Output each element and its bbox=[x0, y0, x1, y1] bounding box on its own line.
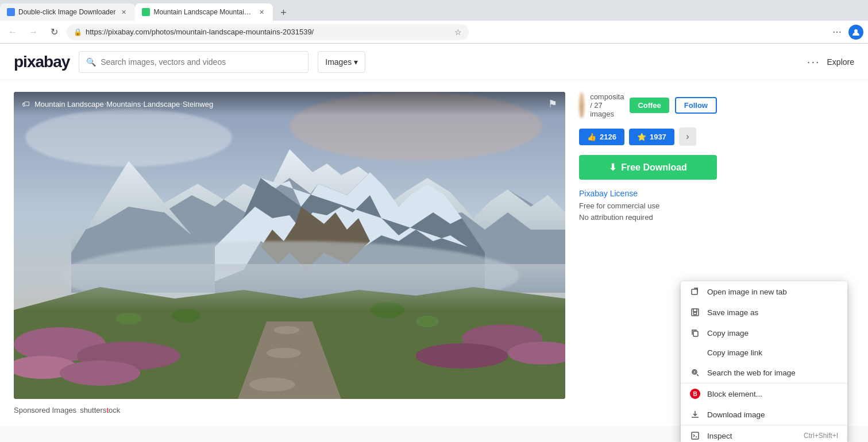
image-tag-icon: 🏷 bbox=[22, 99, 30, 108]
thumbs-up-icon: 👍 bbox=[587, 133, 596, 141]
svg-rect-32 bbox=[694, 312, 697, 315]
tab-1-close[interactable]: ✕ bbox=[119, 7, 128, 17]
tag-mountains[interactable]: Mountains bbox=[106, 100, 141, 108]
svg-point-21 bbox=[267, 348, 301, 358]
shutterstock-text-3: ock bbox=[109, 406, 120, 414]
image-container: 🏷 Mountain Landscape · Mountains · Lands… bbox=[14, 92, 565, 399]
new-tab-button[interactable]: + bbox=[275, 5, 291, 21]
image-area: 🏷 Mountain Landscape · Mountains · Lands… bbox=[14, 92, 565, 414]
copy-image-link-label: Copy image link bbox=[707, 348, 838, 357]
profile-button[interactable] bbox=[848, 25, 863, 40]
tab-1-title: Double-click Image Downloader bbox=[18, 8, 115, 16]
svg-point-26 bbox=[416, 316, 439, 327]
context-menu-open-new-tab[interactable]: Open image in new tab bbox=[681, 281, 847, 302]
tab-2-favicon bbox=[142, 8, 150, 16]
save-image-icon bbox=[690, 307, 700, 317]
context-menu-search-web[interactable]: Search the web for image bbox=[681, 362, 847, 383]
svg-point-22 bbox=[270, 335, 300, 344]
save-image-label: Save image as bbox=[707, 308, 838, 317]
tab-2-title: Mountain Landscape Mountains... bbox=[153, 8, 253, 16]
likes-count: 2126 bbox=[600, 133, 616, 141]
context-menu-inspect[interactable]: Inspect Ctrl+Shift+I bbox=[681, 425, 847, 442]
open-new-tab-icon bbox=[690, 286, 700, 297]
dropdown-arrow: ▾ bbox=[354, 57, 358, 67]
stars-button[interactable]: ⭐ 1937 bbox=[629, 129, 674, 145]
svg-rect-28 bbox=[14, 264, 565, 310]
svg-rect-33 bbox=[693, 331, 698, 336]
copy-image-label: Copy image bbox=[707, 329, 838, 338]
coffee-button[interactable]: Coffee bbox=[630, 98, 669, 113]
search-box: 🔍 bbox=[79, 51, 308, 73]
svg-point-23 bbox=[274, 326, 299, 334]
context-menu-copy-image[interactable]: Copy image bbox=[681, 323, 847, 343]
back-button[interactable]: ← bbox=[5, 24, 21, 40]
forward-button[interactable]: → bbox=[25, 24, 41, 40]
context-menu: Open image in new tab Save image as Copy… bbox=[681, 281, 847, 442]
flag-button[interactable]: ⚑ bbox=[548, 98, 557, 110]
tag-landscape[interactable]: Landscape bbox=[144, 100, 180, 108]
user-name: composita / 27 images bbox=[590, 92, 624, 118]
explore-link[interactable]: Explore bbox=[827, 57, 854, 67]
download-label: Free Download bbox=[621, 162, 687, 173]
svg-point-2 bbox=[25, 109, 232, 166]
block-element-icon: B bbox=[690, 389, 700, 399]
user-area: composita / 27 images Coffee Follow bbox=[579, 92, 717, 118]
reload-button[interactable]: ↻ bbox=[46, 24, 62, 40]
search-icon: 🔍 bbox=[86, 57, 96, 67]
shutterstock-logo[interactable]: shutterstock bbox=[80, 406, 120, 414]
download-image-label: Download image bbox=[707, 410, 838, 419]
images-dropdown[interactable]: Images ▾ bbox=[318, 51, 365, 73]
extensions-button[interactable]: ⋯ bbox=[828, 23, 846, 41]
shutterstock-text-1: shutters bbox=[80, 406, 106, 414]
context-menu-save-image-as[interactable]: Save image as bbox=[681, 302, 847, 323]
license-link[interactable]: Pixabay License bbox=[579, 189, 717, 198]
url-bar: 🔒 ☆ bbox=[67, 24, 469, 40]
logo-text: pixabay bbox=[14, 53, 70, 71]
image-top-bar: 🏷 Mountain Landscape · Mountains · Lands… bbox=[14, 92, 565, 116]
lock-icon: 🔒 bbox=[74, 28, 82, 36]
user-info: composita / 27 images bbox=[590, 92, 624, 118]
inspect-icon bbox=[690, 431, 700, 441]
likes-button[interactable]: 👍 2126 bbox=[579, 129, 624, 145]
open-new-tab-label: Open image in new tab bbox=[707, 288, 838, 296]
tab-2-close[interactable]: ✕ bbox=[257, 7, 266, 17]
tab-1-favicon bbox=[7, 8, 15, 16]
tab-2[interactable]: Mountain Landscape Mountains... ✕ bbox=[135, 3, 273, 21]
tab-1[interactable]: Double-click Image Downloader ✕ bbox=[0, 3, 135, 21]
context-menu-download-image[interactable]: Download image bbox=[681, 404, 847, 425]
inspect-shortcut: Ctrl+Shift+I bbox=[804, 432, 838, 440]
svg-point-14 bbox=[60, 360, 140, 386]
svg-point-19 bbox=[249, 378, 295, 391]
svg-point-20 bbox=[261, 362, 301, 373]
license-section: Pixabay License Free for commercial use … bbox=[579, 189, 717, 223]
context-menu-block-element[interactable]: B Block element... bbox=[681, 383, 847, 404]
mountain-image bbox=[14, 92, 565, 399]
address-bar: ← → ↻ 🔒 ☆ ⋯ bbox=[0, 21, 868, 44]
tag-mountain-landscape[interactable]: Mountain Landscape bbox=[34, 100, 104, 108]
more-stats-button[interactable]: › bbox=[679, 127, 696, 146]
tab-bar: Double-click Image Downloader ✕ Mountain… bbox=[0, 0, 868, 21]
site-header: pixabay 🔍 Images ▾ ··· Explore bbox=[0, 44, 868, 80]
search-input[interactable] bbox=[101, 57, 301, 67]
header-right: ··· Explore bbox=[807, 55, 854, 68]
download-icon: ⬇ bbox=[609, 162, 616, 173]
more-options-button[interactable]: ··· bbox=[807, 55, 820, 68]
sponsored-label: Sponsored Images bbox=[14, 406, 76, 414]
bookmark-icon[interactable]: ☆ bbox=[454, 28, 462, 37]
license-desc-line1: Free for commercial use bbox=[579, 200, 717, 212]
context-menu-copy-image-link[interactable]: Copy image link bbox=[681, 343, 847, 362]
download-button[interactable]: ⬇ Free Download bbox=[579, 155, 717, 180]
follow-button[interactable]: Follow bbox=[675, 97, 717, 114]
search-web-label: Search the web for image bbox=[707, 369, 838, 377]
stars-count: 1937 bbox=[650, 133, 666, 141]
tag-steinweg[interactable]: Steinweg bbox=[183, 100, 213, 108]
copy-image-icon bbox=[690, 328, 700, 338]
browser-frame: Double-click Image Downloader ✕ Mountain… bbox=[0, 0, 868, 44]
svg-point-35 bbox=[693, 371, 696, 373]
site-logo[interactable]: pixabay bbox=[14, 53, 70, 71]
inspect-label: Inspect bbox=[707, 432, 797, 440]
url-input[interactable] bbox=[86, 28, 451, 36]
svg-point-29 bbox=[581, 103, 583, 106]
download-image-icon bbox=[690, 409, 700, 420]
svg-point-34 bbox=[692, 370, 697, 374]
